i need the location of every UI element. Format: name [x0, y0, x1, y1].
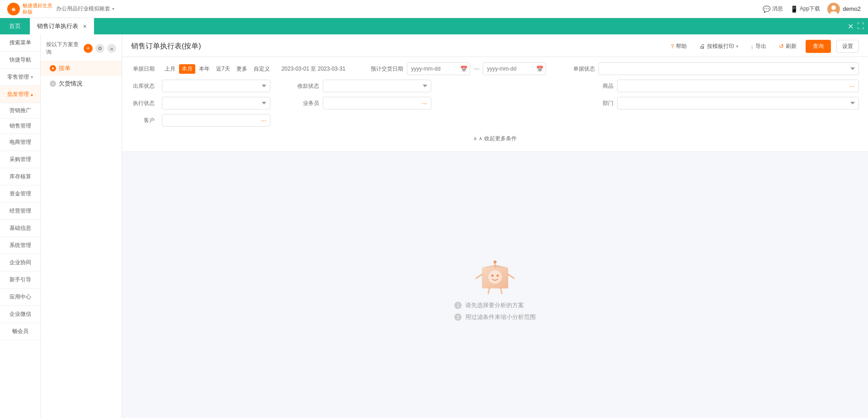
sidebar-item-ecommerce[interactable]: 电商管理 — [0, 134, 40, 151]
filter-row-2: 出库状态 收款状态 商品 ··· — [131, 80, 859, 92]
export-btn[interactable]: ↓ 导出 — [747, 41, 770, 52]
settings-scheme-btn[interactable]: ⚙ — [95, 44, 104, 53]
help-btn[interactable]: ? 帮助 — [667, 41, 690, 52]
header-left: 畅 畅捷通好生意 标版 办公用品行业模拟账套 ▾ — [7, 3, 114, 15]
tab-bar: 首页 销售订单执行表 ✕ ✕ ⛶ — [0, 18, 868, 34]
sidebar-item-new-guide[interactable]: 新手引导 — [0, 271, 40, 289]
sidebar-item-system[interactable]: 系统管理 — [0, 237, 40, 254]
message-btn[interactable]: 💬 消息 — [763, 5, 783, 13]
svg-line-11 — [476, 275, 482, 278]
filter-section: 单据日期 上月 本月 本年 近7天 更多 自定义 2023-03-01 至 20… — [122, 57, 868, 152]
salesperson-input-wrap: ··· — [323, 97, 431, 109]
svg-point-3 — [831, 5, 836, 10]
order-status-group: 单据状态 — [571, 62, 859, 75]
dept-wrap — [617, 97, 859, 109]
customer-more-btn[interactable]: ··· — [261, 117, 266, 124]
calendar-to-icon[interactable]: 📅 — [536, 66, 543, 72]
exec-status-wrap — [162, 97, 270, 109]
tip-num-2: 2 — [454, 314, 462, 321]
right-panel: 销售订单执行表(按单) ? 帮助 🖨 按模板打印 ▾ ↓ 导出 — [122, 34, 868, 418]
filter-row-4: 客户 ··· — [131, 114, 859, 127]
dept-group: 部门 — [590, 97, 859, 109]
sidebar-item-search-menu[interactable]: 搜索菜单 — [0, 34, 40, 52]
salesperson-more-btn[interactable]: ··· — [422, 100, 427, 107]
delivery-status-wrap — [162, 80, 270, 92]
sidebar-item-wholesale-mgmt[interactable]: 批发管理 ▴ — [0, 86, 40, 103]
customer-input-wrap: ··· — [162, 114, 270, 127]
breadcrumb[interactable]: 办公用品行业模拟账套 ▾ — [56, 5, 114, 13]
refresh-icon: ↺ — [779, 43, 784, 50]
expected-delivery-group: 预计交货日期 📅 — 📅 — [371, 62, 546, 75]
dept-select[interactable] — [617, 97, 859, 109]
settings-btn[interactable]: 设置 — [836, 40, 859, 53]
settings-icon: ⚙ — [98, 46, 102, 52]
shortcut-last-month[interactable]: 上月 — [162, 64, 178, 74]
header-right: 💬 消息 📱 App下载 demo2 — [763, 3, 861, 15]
sidebar-item-enterprise-collab[interactable]: 企业协同 — [0, 254, 40, 271]
goods-label: 商品 — [590, 82, 613, 90]
user-area[interactable]: demo2 — [827, 3, 861, 15]
left-panel-actions: + ⚙ « — [84, 44, 116, 53]
logo-text: 畅捷通好生意 标版 — [23, 3, 52, 14]
sidebar-item-member[interactable]: 畅会员 — [0, 323, 40, 340]
empty-tip-1: 1 请先选择要分析的方案 — [454, 301, 536, 309]
exec-status-select[interactable] — [162, 97, 270, 109]
shortcut-last-7[interactable]: 近7天 — [213, 64, 233, 74]
shortcut-more[interactable]: 更多 — [234, 64, 250, 74]
nav-dot-inactive: ○ — [50, 81, 56, 87]
expected-delivery-label: 预计交货日期 — [371, 65, 403, 73]
salesperson-input[interactable] — [327, 100, 422, 106]
order-status-wrap — [599, 62, 859, 75]
nav-item-shortage[interactable]: ○ 欠货情况 — [41, 76, 122, 91]
payment-status-label: 收款状态 — [296, 82, 319, 90]
svg-point-8 — [496, 275, 499, 277]
sidebar-item-retail-mgmt[interactable]: 零售管理 ▾ — [0, 69, 40, 86]
print-icon: 🖨 — [699, 43, 705, 50]
sidebar-item-operations[interactable]: 经营管理 — [0, 203, 40, 220]
sidebar-item-funds[interactable]: 资金管理 — [0, 185, 40, 203]
page-title: 销售订单执行表(按单) — [131, 42, 201, 51]
sidebar-item-quick-nav[interactable]: 快捷导航 — [0, 52, 40, 69]
left-panel: 按以下方案查询 + ⚙ « ● 按单 ○ 欠货情况 — [41, 34, 122, 418]
sidebar-item-enterprise-wechat[interactable]: 企业微信 — [0, 306, 40, 323]
collapse-bar[interactable]: ∧ ∧ 收起更多条件 — [131, 131, 859, 146]
customer-input[interactable] — [166, 117, 261, 124]
sidebar-item-inventory[interactable]: 库存核算 — [0, 168, 40, 185]
goods-more-btn[interactable]: ··· — [849, 82, 855, 90]
sidebar-item-app-center[interactable]: 应用中心 — [0, 289, 40, 306]
order-status-select[interactable] — [599, 62, 859, 75]
query-btn[interactable]: 查询 — [806, 40, 831, 53]
collapse-panel-btn[interactable]: « — [107, 44, 116, 53]
svg-line-14 — [501, 289, 502, 294]
tab-home[interactable]: 首页 — [0, 18, 30, 34]
sidebar-item-marketing[interactable]: 营销推广 — [0, 103, 40, 119]
goods-group: 商品 ··· — [590, 80, 859, 92]
empty-illustration — [472, 249, 518, 294]
tab-sales-order-exec[interactable]: 销售订单执行表 ✕ — [30, 18, 94, 34]
payment-status-select[interactable] — [323, 80, 431, 92]
tab-close-icon[interactable]: ✕ — [83, 24, 87, 29]
tab-close-all-btn[interactable]: ✕ — [848, 22, 854, 31]
goods-input[interactable] — [621, 83, 849, 89]
refresh-btn[interactable]: ↺ 刷新 — [775, 41, 800, 52]
logo-area: 畅 畅捷通好生意 标版 — [7, 3, 52, 15]
sidebar-item-purchase[interactable]: 采购管理 — [0, 151, 40, 168]
tab-fullscreen-btn[interactable]: ⛶ — [857, 22, 864, 30]
calendar-from-icon[interactable]: 📅 — [460, 66, 467, 72]
shortcut-custom[interactable]: 自定义 — [251, 64, 273, 74]
delivery-status-select[interactable] — [162, 80, 270, 92]
shortcut-this-year[interactable]: 本年 — [196, 64, 212, 74]
goods-input-wrap: ··· — [617, 80, 859, 92]
shortcut-this-month[interactable]: 本月 — [179, 64, 195, 74]
app-download-btn[interactable]: 📱 App下载 — [790, 5, 820, 13]
nav-item-by-order[interactable]: ● 按单 — [41, 61, 122, 76]
logo-icon: 畅 — [7, 3, 20, 15]
svg-point-6 — [488, 271, 502, 284]
collapse-up-icon: ∧ ∧ — [473, 136, 482, 142]
export-icon: ↓ — [751, 43, 754, 50]
print-btn[interactable]: 🖨 按模板打印 ▾ — [696, 41, 742, 52]
add-scheme-btn[interactable]: + — [84, 44, 93, 53]
date-to-wrap: 📅 — [483, 62, 546, 75]
sidebar-item-basic-info[interactable]: 基础信息 — [0, 220, 40, 237]
sidebar-item-sales-mgmt[interactable]: 销售管理 — [0, 119, 40, 134]
